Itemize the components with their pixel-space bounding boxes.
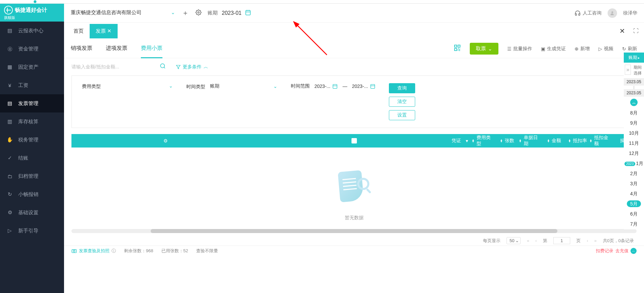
sub-tab-1[interactable]: 进项发票 [106,39,127,58]
time-type-select[interactable]: 账期 ⌄ [210,83,277,91]
sub-tab-2[interactable]: 费用小票 [141,39,162,58]
column-2[interactable]: ▲▼张数 [495,135,519,147]
expand-icon[interactable]: ⛶ [633,28,639,34]
date-from[interactable]: 2023-... [314,84,338,89]
filter-icon [176,65,181,69]
last-page-icon[interactable]: » [594,238,596,243]
nav-icon: ▤ [6,27,13,34]
close-tab-icon[interactable]: ✕ [619,27,625,35]
sub-tab-0[interactable]: 销项发票 [71,39,92,58]
next-page-icon[interactable]: › [587,238,588,243]
rail-month-3[interactable]: 11月 [624,138,644,149]
prev-page-icon[interactable]: ‹ [535,238,537,243]
query-button[interactable]: 查询 [389,83,415,93]
sidebar: 畅捷通好会计 旗舰版 ▤云报表中心㊎资金管理▦固定资产¥工资▤发票管理▥库存核算… [0,4,64,293]
rail-from[interactable]: 2023.05 [624,78,644,86]
rail-collapse-icon[interactable]: » [625,65,631,75]
close-icon[interactable]: ✕ [107,28,112,34]
rail-month-2[interactable]: 10月 [624,128,644,138]
rail-month-5[interactable]: 20231月 [624,159,644,169]
nav-item-2[interactable]: ▦固定资产 [0,58,64,76]
avatar[interactable] [608,8,617,18]
headset-icon [575,10,581,16]
get-invoice-button[interactable]: 取票 ⌄ [470,43,498,55]
chevron-up-icon[interactable]: ︿ [631,248,637,254]
nav-item-10[interactable]: ⚙基础设置 [0,203,64,222]
add-button[interactable]: ⊕新增 [575,46,590,52]
nav-icon: ▷ [6,227,13,234]
nav-item-9[interactable]: ↻小畅报销 [0,185,64,203]
nav-icon: ▦ [6,63,13,71]
nav-item-3[interactable]: ¥工资 [0,76,64,94]
nav-item-8[interactable]: 🗀归档管理 [0,167,64,185]
deduct-link[interactable]: 扣费记录 [596,248,613,254]
date-to[interactable]: 2023-... [352,84,375,89]
nav-item-11[interactable]: ▷新手引导 [0,222,64,240]
consult-link[interactable]: 人工咨询 [575,10,602,16]
page-summary: 共0页，0条记录 [603,238,634,244]
rail-month-0[interactable]: 8月 [624,108,644,118]
info-icon[interactable]: ⓘ [112,248,116,254]
buy-link[interactable]: 去充值 [615,248,628,254]
rail-month-8[interactable]: 4月 [624,189,644,199]
rail-month-10[interactable]: 6月 [624,209,644,219]
nav-icon: ⚙ [6,209,13,216]
horizontal-scrollbar[interactable] [71,229,637,233]
calendar-icon[interactable] [245,9,251,17]
main-tab-1[interactable]: 发票✕ [90,24,118,38]
column-3[interactable]: ▲▼单据日期 [519,135,543,147]
rail-month-4[interactable]: 12月 [624,149,644,159]
rail-to[interactable]: 2023.05 [624,89,644,97]
sort-icon: ▲▼ [547,139,550,142]
main-tabs: 首页发票✕ ✕ ⛶ [64,23,644,39]
user-name[interactable]: 徐泽华 [623,10,637,16]
svg-rect-17 [333,85,337,89]
app-name: 畅捷通好会计 [15,7,47,14]
select-all-checkbox[interactable] [260,138,448,143]
column-6[interactable]: ▲▼抵扣金额 [589,135,613,147]
nav-item-1[interactable]: ㊎资金管理 [0,40,64,58]
voucher-button[interactable]: ▣生成凭证 [541,46,566,52]
rail-month-6[interactable]: 2月 [624,169,644,179]
column-1[interactable]: ▲▼费用类型 [472,135,495,147]
column-4[interactable]: ▲▼金额 [543,135,566,147]
column-5[interactable]: ▲▼抵扣率 [566,135,589,147]
period-value[interactable]: 2023-01 [222,10,242,16]
nav-item-7[interactable]: ✓结账 [0,149,64,167]
search-input[interactable]: 请输入金额/抵扣金额... [71,63,166,71]
rail-month-11[interactable]: 7月 [624,219,644,229]
nav-item-6[interactable]: ✋税务管理 [0,131,64,149]
clear-button[interactable]: 清空 [389,97,415,107]
per-page-select[interactable]: 50 ⌄ [507,237,521,244]
gear-icon[interactable] [195,9,202,17]
nav-item-5[interactable]: ▥库存核算 [0,112,64,131]
rail-month-7[interactable]: 3月 [624,179,644,189]
rail-period-button[interactable]: 账期▸ [624,53,644,63]
video-button[interactable]: ▷视频 [599,46,613,52]
fee-type-select[interactable]: ⌄ [105,83,173,90]
table-settings-icon[interactable]: ⚙ [71,138,260,143]
refresh-button[interactable]: ↻刷新 [622,46,637,52]
batch-button[interactable]: ☰批量操作 [507,46,532,52]
nav-item-4[interactable]: ▤发票管理 [0,94,64,112]
nav-item-0[interactable]: ▤云报表中心 [0,22,64,40]
page-input[interactable]: 1 [553,237,570,244]
main-tab-0[interactable]: 首页 [67,24,90,38]
svg-point-22 [73,250,75,252]
filter-icon[interactable]: ▾ [466,138,468,143]
more-conditions-toggle[interactable]: 更多条件 ︿ [176,64,208,70]
add-icon[interactable]: ＋ [182,8,189,18]
empty-text: 暂无数据 [64,215,644,221]
settings-button[interactable]: 设置 [389,110,415,120]
qr-icon[interactable] [454,44,461,54]
rail-month-9[interactable]: 5月 [624,199,644,209]
company-selector[interactable]: 重庆畅捷交通信息咨询有限公司 ⌄ [71,9,175,17]
scroll-up-icon[interactable]: ︽ [630,99,638,106]
list-icon: ☰ [507,46,512,52]
first-page-icon[interactable]: « [527,238,529,243]
year-badge: 2023 [624,162,635,166]
time-type-label: 时间类型 [186,84,205,90]
svg-point-5 [611,11,613,13]
rail-month-1[interactable]: 9月 [624,118,644,128]
column-0[interactable]: 凭证▾ [448,135,472,147]
